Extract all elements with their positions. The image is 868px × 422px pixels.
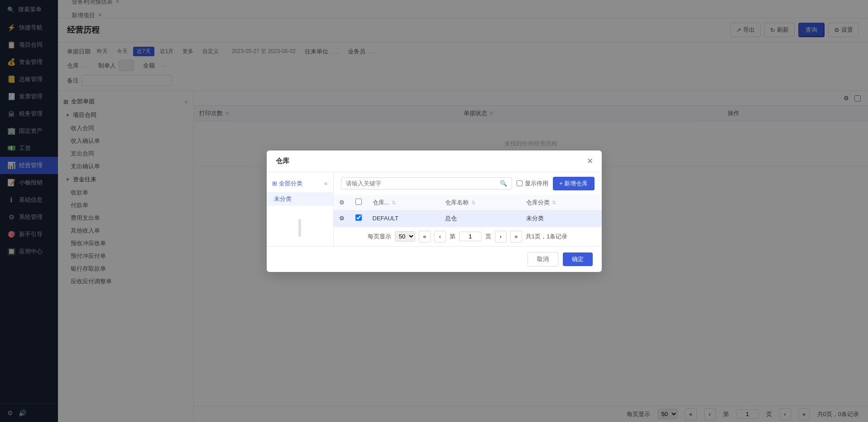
dialog-body: ⊞ 全部分类 « 未分类 🔍 显示停用 xyxy=(267,172,602,246)
dialog-prev-page[interactable]: ‹ xyxy=(434,231,446,243)
dialog-search-input[interactable] xyxy=(346,180,498,187)
search-icon-dialog: 🔍 xyxy=(500,180,507,187)
dialog-search-container: 🔍 xyxy=(341,177,513,189)
dialog-sidebar-scroll xyxy=(267,215,333,241)
dialog-select-all[interactable] xyxy=(355,199,362,205)
dialog-sidebar-header: ⊞ 全部分类 « xyxy=(267,178,333,191)
dialog-main: 🔍 显示停用 + 新增仓库 ⚙ xyxy=(334,172,602,246)
dialog-table-container: ⚙ 仓库... ⇅ 仓库名称 ⇅ xyxy=(334,195,602,227)
sort-code-icon: ⇅ xyxy=(392,200,396,205)
warehouse-dialog: 仓库 ✕ ⊞ 全部分类 « 未分类 xyxy=(267,150,602,272)
show-disabled-label[interactable]: 显示停用 xyxy=(517,179,548,188)
cancel-button[interactable]: 取消 xyxy=(528,252,558,267)
dialog-last-page[interactable]: » xyxy=(510,231,522,243)
show-disabled-checkbox[interactable] xyxy=(517,180,523,186)
row-name: 总仓 xyxy=(440,210,521,226)
dialog-table-row[interactable]: ⚙ DEFAULT 总仓 未分类 xyxy=(334,210,602,226)
dialog-next-page[interactable]: › xyxy=(495,231,507,243)
dialog-page-label: 第 xyxy=(450,233,456,241)
row-checkbox[interactable] xyxy=(350,210,367,226)
dialog-col-category: 仓库分类 ⇅ xyxy=(521,195,602,211)
dialog-toolbar: 🔍 显示停用 + 新增仓库 xyxy=(334,172,602,195)
dialog-page-input[interactable] xyxy=(459,232,482,241)
dialog-per-page-select[interactable]: 50 xyxy=(395,231,415,242)
dialog-first-page[interactable]: « xyxy=(419,231,431,243)
dialog-total-label: 共1页，1条记录 xyxy=(526,233,567,241)
dialog-header: 仓库 ✕ xyxy=(267,150,602,172)
dialog-page-suffix: 页 xyxy=(485,233,491,241)
row-category: 未分类 xyxy=(521,210,602,226)
confirm-button[interactable]: 确定 xyxy=(563,252,593,266)
dialog-close-button[interactable]: ✕ xyxy=(587,157,593,165)
dialog-col-code: 仓库... ⇅ xyxy=(367,195,440,211)
row-settings-icon: ⚙ xyxy=(334,210,350,226)
sort-category-icon: ⇅ xyxy=(552,200,556,205)
dialog-col-settings: ⚙ xyxy=(334,195,350,211)
dialog-actions: 取消 确定 xyxy=(267,246,602,272)
modal-overlay: 仓库 ✕ ⊞ 全部分类 « 未分类 xyxy=(0,0,868,422)
dialog-title: 仓库 xyxy=(276,157,289,165)
dialog-table: ⚙ 仓库... ⇅ 仓库名称 ⇅ xyxy=(334,195,602,227)
sidebar-collapse-icon[interactable]: « xyxy=(324,180,327,187)
dialog-col-checkbox xyxy=(350,195,367,211)
dialog-pagination: 每页显示 50 « ‹ 第 页 › » 共1页，1条记录 xyxy=(334,227,602,246)
dialog-col-name: 仓库名称 ⇅ xyxy=(440,195,521,211)
dialog-sidebar-item-未分类[interactable]: 未分类 xyxy=(267,192,333,206)
add-warehouse-button[interactable]: + 新增仓库 xyxy=(553,177,594,190)
row-code: DEFAULT xyxy=(367,210,440,226)
sort-name-icon: ⇅ xyxy=(471,200,475,205)
dialog-per-page-label: 每页显示 xyxy=(368,233,391,241)
dialog-sidebar: ⊞ 全部分类 « 未分类 xyxy=(267,172,334,246)
all-categories-label[interactable]: 全部分类 xyxy=(279,179,325,188)
all-categories-icon: ⊞ xyxy=(272,180,277,187)
